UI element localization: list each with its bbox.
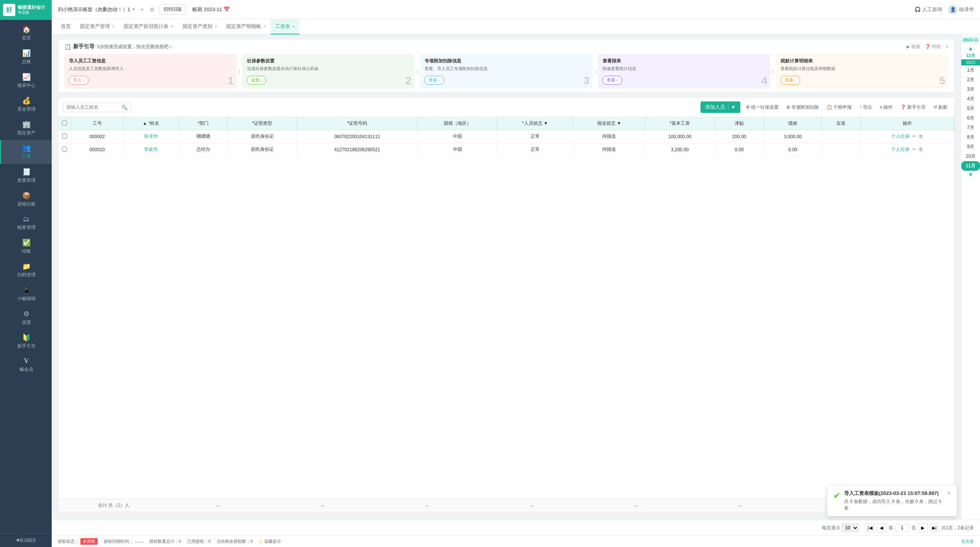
page-suffix: 页 bbox=[911, 525, 916, 531]
tab-asset-detail[interactable]: 固定资产明细账 × bbox=[222, 19, 270, 34]
more-actions-button[interactable]: ≡ 操作 bbox=[877, 103, 895, 112]
calendar-month-2[interactable]: 2月 bbox=[961, 75, 980, 85]
unpin-button[interactable]: ◀取消固定 bbox=[0, 533, 52, 547]
step-3-button[interactable]: 查看 › bbox=[425, 76, 444, 85]
sidebar-item-sales[interactable]: 📦 进销台账 bbox=[0, 188, 52, 211]
close-icon[interactable]: × bbox=[263, 19, 266, 34]
toast-close-button[interactable]: × bbox=[947, 490, 951, 496]
close-books-icon: ✅ bbox=[22, 238, 31, 247]
calendar-month-10[interactable]: 10月 bbox=[961, 152, 980, 161]
edit-icon[interactable]: ✏ bbox=[912, 147, 916, 152]
sidebar-item-member[interactable]: V 畅会员 bbox=[0, 353, 52, 377]
video-link[interactable]: ▶ 视频 bbox=[906, 44, 920, 50]
sidebar-item-funds[interactable]: 💰 资金管理 bbox=[0, 93, 52, 116]
col-header-status[interactable]: *人员状态 ▼ bbox=[497, 117, 573, 130]
calendar-month-7[interactable]: 7月 bbox=[961, 123, 980, 132]
add-person-button[interactable]: 添加人员 ▼ bbox=[701, 101, 740, 113]
switch-version-button[interactable]: 切到旧版 bbox=[159, 4, 186, 15]
add-btn-dropdown[interactable]: ▼ bbox=[728, 105, 736, 110]
account-selector[interactable]: 刘小艳演示账套（勿删勿动！）1 ▼ bbox=[58, 6, 136, 13]
horizontal-scrollbar[interactable] bbox=[58, 512, 954, 515]
social-insurance-button[interactable]: ⚙ 统一社保设置 bbox=[743, 103, 781, 112]
last-page-button[interactable]: ▶| bbox=[930, 523, 939, 532]
calendar-month-11[interactable]: 11月 bbox=[961, 161, 980, 171]
calendar-month-4[interactable]: 4月 bbox=[961, 94, 980, 104]
calendar-month-3[interactable]: 3月 bbox=[961, 85, 980, 94]
sidebar-item-label: 小畅报销 bbox=[17, 296, 36, 302]
calendar-month-6[interactable]: 6月 bbox=[961, 113, 980, 123]
calendar-prev-year[interactable]: ▲ bbox=[967, 44, 974, 52]
calendar-month-5[interactable]: 5月 bbox=[961, 104, 980, 113]
settings-button[interactable]: ⚙ bbox=[148, 7, 156, 13]
toolbar-right: 添加人员 ▼ ⚙ 统一社保设置 ⊕ 专项附加扣除 📋 bbox=[701, 101, 950, 113]
sidebar-item-settings[interactable]: ⚙ 设置 bbox=[0, 306, 52, 330]
personal-insurance-link[interactable]: 个人社保 bbox=[891, 147, 910, 152]
guide-close-button[interactable]: × bbox=[946, 44, 948, 49]
sidebar-item-reports[interactable]: 📈 报表中心 bbox=[0, 69, 52, 93]
calendar-month-1[interactable]: 1月 bbox=[961, 65, 980, 75]
charge-button[interactable]: 去充值 bbox=[961, 539, 974, 544]
close-icon[interactable]: × bbox=[215, 19, 217, 34]
sidebar-item-invoice[interactable]: 🧾 发票管理 bbox=[0, 164, 52, 188]
step-2-button[interactable]: 设置 › bbox=[247, 76, 266, 85]
sidebar-item-archive[interactable]: 📁 归档管理 bbox=[0, 258, 52, 282]
sidebar-item-assets[interactable]: 🏢 固定资产 bbox=[0, 116, 52, 140]
page-input[interactable] bbox=[895, 524, 909, 532]
page-size-select[interactable]: 10 20 50 bbox=[842, 524, 859, 532]
tax-report-button[interactable]: 📋 个税申报 bbox=[824, 103, 854, 112]
close-icon[interactable]: × bbox=[112, 19, 114, 34]
guide-button[interactable]: ❓ 新手引导 bbox=[898, 103, 928, 112]
period-selector[interactable]: 账期 2023-11 📅 bbox=[192, 6, 230, 13]
row-checkbox[interactable] bbox=[58, 143, 71, 156]
step-1-button[interactable]: 导入 › bbox=[69, 76, 88, 85]
search-input[interactable] bbox=[66, 105, 120, 110]
personal-insurance-link[interactable]: 个人社保 bbox=[891, 134, 910, 139]
close-icon[interactable]: × bbox=[292, 19, 295, 34]
add-account-button[interactable]: + bbox=[139, 6, 145, 13]
delete-icon[interactable]: 🗑 bbox=[919, 134, 923, 139]
sidebar-item-home[interactable]: 🏠 首页 bbox=[0, 21, 52, 45]
tab-depreciation[interactable]: 固定资产折旧统计表 × bbox=[119, 19, 178, 34]
calendar-month-8[interactable]: 8月 bbox=[961, 132, 980, 142]
tab-asset-category[interactable]: 固定资产类别 × bbox=[178, 19, 222, 34]
page-size-selector[interactable]: 每页显示 10 20 50 bbox=[822, 524, 859, 532]
select-all-header[interactable] bbox=[58, 117, 71, 130]
close-icon[interactable]: × bbox=[171, 19, 173, 34]
help-link[interactable]: ❓ 帮助 bbox=[925, 44, 941, 50]
step-4-button[interactable]: 查看 › bbox=[603, 76, 622, 85]
step-5-button[interactable]: 查看 › bbox=[781, 76, 800, 85]
col-header-report-status[interactable]: 报送状态 ▼ bbox=[573, 117, 645, 130]
user-menu[interactable]: 👤 徐泽华 bbox=[948, 5, 974, 14]
tab-home[interactable]: 首页 bbox=[56, 19, 75, 34]
export-button[interactable]: ↑ 导出 bbox=[857, 103, 874, 112]
sidebar-item-payroll[interactable]: 👥 工资 bbox=[0, 140, 52, 164]
refresh-button[interactable]: ↺ 刷新 bbox=[931, 103, 950, 112]
tab-payroll[interactable]: 工资表 × bbox=[271, 19, 299, 34]
prev-page-button[interactable]: ◀ bbox=[877, 523, 886, 532]
member-icon: V bbox=[24, 357, 29, 365]
cell-name[interactable]: 徐泽华 bbox=[123, 130, 179, 143]
first-page-button[interactable]: |◀ bbox=[866, 523, 875, 532]
calendar-month-9[interactable]: 9月 bbox=[961, 142, 980, 152]
page-prefix: 第 bbox=[889, 525, 893, 531]
sidebar-item-guide[interactable]: 🔰 新手引导 bbox=[0, 330, 52, 353]
sidebar-item-expense[interactable]: 📱 小畅报销 bbox=[0, 282, 52, 306]
sidebar-item-tax[interactable]: 🗂 税务管理 bbox=[0, 211, 52, 235]
search-icon[interactable]: 🔍 bbox=[121, 105, 127, 110]
col-header-name[interactable]: ▲ *姓名 bbox=[123, 117, 179, 130]
special-deduction-button[interactable]: ⊕ 专项附加扣除 bbox=[784, 103, 821, 112]
support-button[interactable]: 🎧 人工咨询 bbox=[915, 6, 942, 13]
calendar-next-year[interactable]: ▼ bbox=[967, 171, 974, 178]
edit-icon[interactable]: ✏ bbox=[912, 134, 916, 139]
sidebar-item-close[interactable]: ✅ 结账 bbox=[0, 235, 52, 258]
cell-id-no: 412702198206290521 bbox=[297, 143, 417, 156]
table-toolbar: 🔍 添加人员 ▼ ⚙ 统一社保设置 ⊕ 专项附加扣除 bbox=[58, 98, 954, 117]
row-checkbox[interactable] bbox=[58, 130, 71, 143]
account-dropdown-icon: ▼ bbox=[132, 7, 136, 11]
sidebar-item-ledger[interactable]: 📊 总账 bbox=[0, 45, 52, 69]
tab-fixed-assets[interactable]: 固定资产管理 × bbox=[75, 19, 119, 34]
cell-name[interactable]: 李俊杰 bbox=[123, 143, 179, 156]
delete-icon[interactable]: 🗑 bbox=[919, 147, 923, 152]
select-all-checkbox[interactable] bbox=[62, 121, 67, 126]
next-page-button[interactable]: ▶ bbox=[918, 523, 928, 532]
